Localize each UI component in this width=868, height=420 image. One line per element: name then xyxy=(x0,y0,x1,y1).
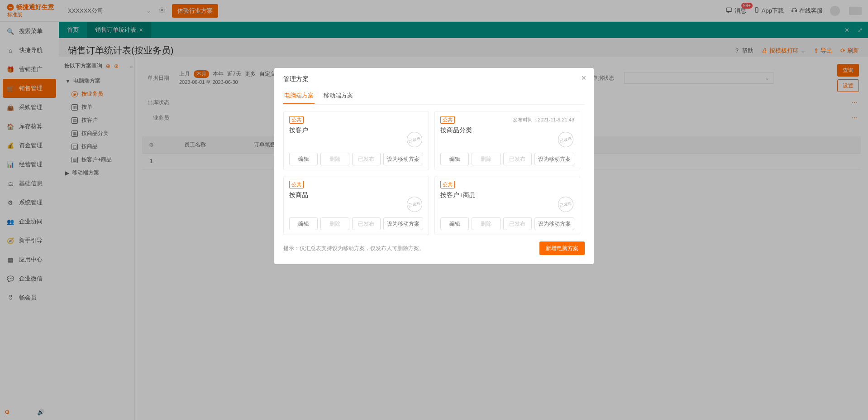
card-title: 按商品分类 xyxy=(440,126,574,135)
modal-hint: 提示：仅汇总表支持设为移动方案，仅发布人可删除方案。 xyxy=(283,245,424,252)
scheme-card: 公共 按客户 已发布 编辑 删除 已发布 设为移动方案 xyxy=(283,111,429,170)
card-edit-button[interactable]: 编辑 xyxy=(440,217,469,230)
card-published-button[interactable]: 已发布 xyxy=(352,217,381,230)
card-delete-button[interactable]: 删除 xyxy=(320,217,349,230)
modal-tab-mobile[interactable]: 移动端方案 xyxy=(323,88,354,104)
manage-scheme-modal: 管理方案 ✕ 电脑端方案 移动端方案 公共 按客户 已发布 编辑 删除 已发布 … xyxy=(274,68,594,264)
card-title: 按客户 xyxy=(289,126,423,135)
card-published-button[interactable]: 已发布 xyxy=(503,153,532,165)
public-tag: 公共 xyxy=(289,116,304,124)
card-set-mobile-button[interactable]: 设为移动方案 xyxy=(383,217,423,230)
scheme-card: 公共 按商品 已发布 编辑 删除 已发布 设为移动方案 xyxy=(283,176,429,235)
scheme-card: 公共 按客户+商品 已发布 编辑 删除 已发布 设为移动方案 xyxy=(434,176,580,235)
card-delete-button[interactable]: 删除 xyxy=(320,153,349,165)
card-edit-button[interactable]: 编辑 xyxy=(289,153,318,165)
publish-time: 发布时间：2021-11-9 21:43 xyxy=(513,116,574,123)
public-tag: 公共 xyxy=(289,181,304,188)
modal-tabs: 电脑端方案 移动端方案 xyxy=(283,88,585,105)
modal-layer: 管理方案 ✕ 电脑端方案 移动端方案 公共 按客户 已发布 编辑 删除 已发布 … xyxy=(0,0,868,420)
card-edit-button[interactable]: 编辑 xyxy=(289,217,318,230)
card-set-mobile-button[interactable]: 设为移动方案 xyxy=(534,217,574,230)
card-set-mobile-button[interactable]: 设为移动方案 xyxy=(534,153,574,165)
modal-title: 管理方案 xyxy=(283,75,585,83)
card-title: 按客户+商品 xyxy=(440,191,574,199)
public-tag: 公共 xyxy=(440,181,455,188)
card-published-button[interactable]: 已发布 xyxy=(503,217,532,230)
new-pc-scheme-button[interactable]: 新增电脑方案 xyxy=(539,241,585,255)
close-icon[interactable]: ✕ xyxy=(581,74,587,82)
card-set-mobile-button[interactable]: 设为移动方案 xyxy=(383,153,423,165)
card-published-button[interactable]: 已发布 xyxy=(352,153,381,165)
modal-tab-pc[interactable]: 电脑端方案 xyxy=(283,88,315,104)
card-delete-button[interactable]: 删除 xyxy=(472,153,500,165)
public-tag: 公共 xyxy=(440,116,455,124)
card-title: 按商品 xyxy=(289,191,423,199)
scheme-card: 公共发布时间：2021-11-9 21:43 按商品分类 已发布 编辑 删除 已… xyxy=(434,111,580,170)
scheme-card-list[interactable]: 公共 按客户 已发布 编辑 删除 已发布 设为移动方案 公共发布时间：2021-… xyxy=(283,111,585,235)
card-delete-button[interactable]: 删除 xyxy=(472,217,500,230)
card-edit-button[interactable]: 编辑 xyxy=(440,153,469,165)
